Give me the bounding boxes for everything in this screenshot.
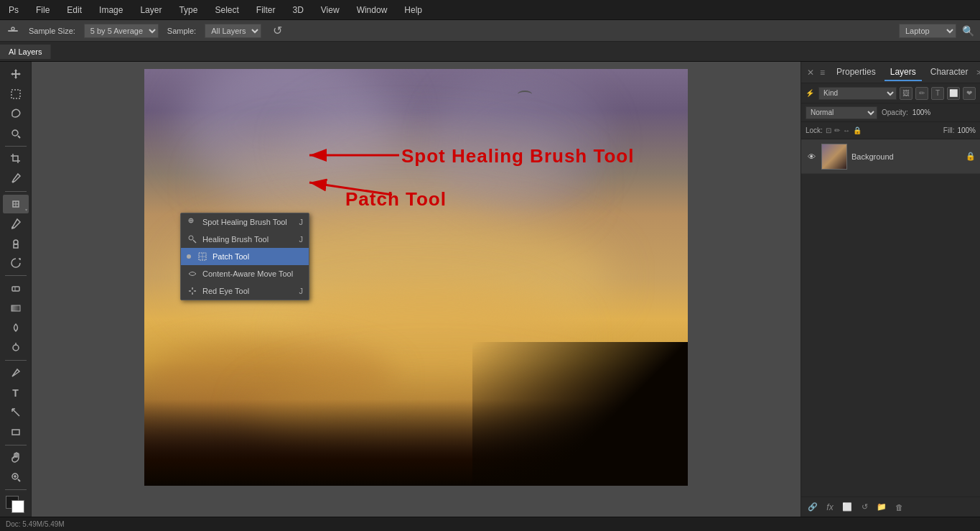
- layer-lock-icon: 🔒: [966, 152, 976, 161]
- menu-file[interactable]: File: [33, 4, 52, 17]
- content-aware-label: Content-Aware Move Tool: [202, 269, 299, 278]
- patch-tool-menu-item[interactable]: Patch Tool: [181, 248, 309, 265]
- search-icon[interactable]: 🔍: [962, 25, 974, 37]
- lock-row: Lock: ⊡ ✏ ↔ 🔒 Fill: 100%: [801, 122, 980, 139]
- right-panel: ✕ ≡ Properties Layers Character ≫ ⚡ Kind…: [801, 62, 980, 517]
- svg-rect-12: [12, 287, 19, 291]
- sample-select[interactable]: All Layers: [205, 24, 261, 38]
- healing-brush-label: Healing Brush Tool: [202, 235, 295, 244]
- blur-tool-btn[interactable]: [3, 318, 29, 337]
- dodge-tool-btn[interactable]: [3, 338, 29, 357]
- lasso-tool-btn[interactable]: [3, 104, 29, 123]
- tab-layers[interactable]: Layers: [885, 64, 922, 81]
- svg-line-26: [193, 240, 196, 243]
- svg-point-25: [189, 236, 193, 240]
- clone-stamp-btn[interactable]: [3, 234, 29, 252]
- menu-help[interactable]: Help: [401, 4, 425, 17]
- layers-list: 👁 Background 🔒: [801, 139, 980, 318]
- mask-btn[interactable]: ⬜: [840, 500, 854, 514]
- menu-edit[interactable]: Edit: [64, 4, 85, 17]
- healing-brush-menu-item[interactable]: Healing Brush Tool J: [181, 231, 309, 248]
- sample-size-label: Sample Size:: [29, 27, 75, 35]
- delete-btn[interactable]: 🗑: [892, 500, 906, 514]
- menu-select[interactable]: Select: [212, 4, 241, 17]
- healing-tool-btn[interactable]: ▾: [3, 195, 29, 213]
- menu-type[interactable]: Type: [176, 4, 200, 17]
- blend-mode-select[interactable]: Normal: [806, 106, 877, 119]
- filter-smart-btn[interactable]: ❤: [963, 87, 976, 100]
- fx-btn[interactable]: fx: [823, 500, 837, 514]
- patch-tool-icon: [197, 251, 208, 262]
- toolbar-separator-4: [5, 360, 27, 361]
- panel-collapse-btn[interactable]: ≫: [976, 68, 980, 76]
- svg-rect-14: [11, 305, 20, 311]
- eyedropper-tool-btn[interactable]: [3, 169, 29, 188]
- svg-point-15: [13, 345, 19, 351]
- lock-all-btn[interactable]: 🔒: [853, 126, 862, 134]
- filter-shape-btn[interactable]: ⬜: [947, 87, 960, 100]
- menu-view[interactable]: View: [318, 4, 342, 17]
- layers-panel: ⚡ Kind 🖼 ✏ T ⬜ ❤ Normal Opacity: 100%: [801, 83, 980, 517]
- content-aware-icon: [187, 268, 198, 280]
- content-aware-menu-item[interactable]: Content-Aware Move Tool: [181, 265, 309, 282]
- layers-spacer: [801, 318, 980, 497]
- sample-size-select[interactable]: 5 by 5 Average: [84, 24, 159, 38]
- panel-expand-btn[interactable]: ≡: [820, 68, 825, 78]
- tab-character[interactable]: Character: [925, 64, 974, 81]
- filter-image-btn[interactable]: 🖼: [900, 87, 913, 100]
- red-eye-menu-item[interactable]: Red Eye Tool J: [181, 282, 309, 300]
- svg-rect-17: [12, 430, 19, 435]
- layer-visibility-btn[interactable]: 👁: [806, 151, 817, 162]
- link-btn[interactable]: 🔗: [806, 500, 820, 514]
- reset-icon[interactable]: ↺: [270, 24, 284, 38]
- zoom-tool-btn[interactable]: [3, 468, 29, 486]
- ai-layers-tab[interactable]: AI Layers: [0, 45, 51, 59]
- tab-properties[interactable]: Properties: [831, 64, 882, 81]
- type-tool-btn[interactable]: T: [3, 383, 29, 402]
- eraser-tool-btn[interactable]: [3, 279, 29, 297]
- group-btn[interactable]: 📁: [874, 500, 889, 514]
- marquee-tool-btn[interactable]: [3, 84, 29, 103]
- panel-close-btn[interactable]: ✕: [807, 68, 814, 78]
- history-brush-btn[interactable]: [3, 254, 29, 272]
- filter-type-btn[interactable]: T: [931, 87, 944, 100]
- spot-healing-icon: [187, 216, 198, 228]
- hand-tool-btn[interactable]: [3, 448, 29, 467]
- svg-point-5: [11, 181, 14, 183]
- menu-3d[interactable]: 3D: [289, 4, 306, 17]
- brush-tool-btn[interactable]: [3, 214, 29, 233]
- selected-indicator: [187, 254, 191, 259]
- opacity-value: 100%: [913, 108, 931, 116]
- layer-kind-select[interactable]: Kind: [818, 87, 897, 100]
- svg-rect-11: [14, 244, 18, 248]
- fill-value: 100%: [957, 126, 976, 134]
- adjustment-btn[interactable]: ↺: [857, 500, 872, 514]
- workspace-select[interactable]: Laptop: [899, 24, 956, 38]
- svg-point-10: [14, 240, 18, 244]
- svg-rect-2: [11, 90, 20, 98]
- spot-healing-menu-item[interactable]: Spot Healing Brush Tool J: [181, 213, 309, 231]
- lock-paint-btn[interactable]: ✏: [834, 126, 840, 134]
- layer-background[interactable]: 👁 Background 🔒: [801, 139, 980, 174]
- menu-window[interactable]: Window: [354, 4, 391, 17]
- menu-ps[interactable]: Ps: [6, 4, 22, 17]
- move-tool-btn[interactable]: [3, 65, 29, 83]
- red-eye-label: Red Eye Tool: [202, 287, 295, 295]
- ai-layers-bar: AI Layers: [0, 42, 980, 62]
- menu-image[interactable]: Image: [96, 4, 126, 17]
- color-swatches[interactable]: [4, 494, 27, 513]
- menu-layer[interactable]: Layer: [137, 4, 164, 17]
- spot-healing-shortcut: J: [299, 218, 304, 226]
- pen-tool-btn[interactable]: [3, 364, 29, 382]
- lock-pixels-btn[interactable]: ⊡: [826, 126, 831, 134]
- menu-filter[interactable]: Filter: [253, 4, 279, 17]
- filter-adjust-btn[interactable]: ✏: [915, 87, 928, 100]
- toolbar-separator-6: [5, 489, 27, 490]
- crop-tool-btn[interactable]: [3, 149, 29, 168]
- quick-select-tool-btn[interactable]: [3, 124, 29, 142]
- shape-tool-btn[interactable]: [3, 423, 29, 441]
- gradient-tool-btn[interactable]: [3, 299, 29, 318]
- lock-move-btn[interactable]: ↔: [843, 126, 850, 134]
- blend-mode-row: Normal Opacity: 100%: [801, 103, 980, 122]
- path-selection-btn[interactable]: [3, 403, 29, 422]
